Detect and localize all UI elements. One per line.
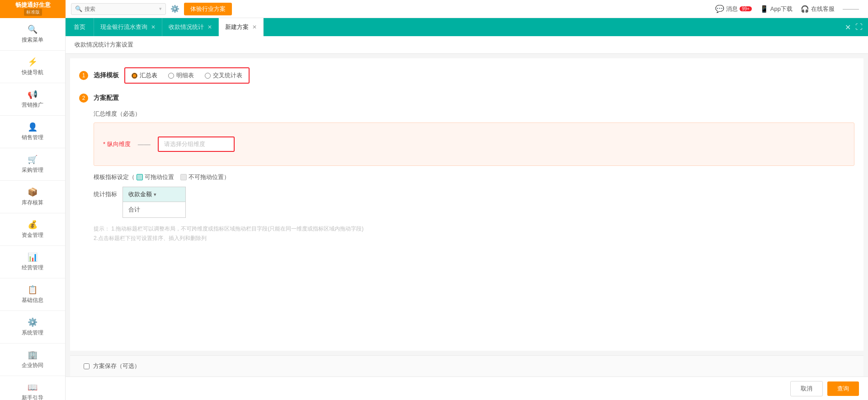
template-options-box: 汇总表 明细表 交叉统计表 <box>124 67 250 84</box>
step2-num: 2 <box>79 94 88 103</box>
metrics-row-total: 合计 <box>123 202 185 217</box>
sidebar: 🔍 搜索菜单 ⚡ 快捷导航 📢 营销推广 👤 销售管理 🛒 采购管理 📦 库存核… <box>0 18 66 400</box>
message-btn[interactable]: 💬 消息 99+ <box>715 5 752 13</box>
metrics-section: 模板指标设定（ 可拖动位置 不可拖动位置） 统计指标 <box>94 173 854 218</box>
metrics-tag: 收款金额 ▾ <box>128 190 156 198</box>
dimension-select[interactable]: 请选择分组维度 <box>158 136 235 152</box>
breadcrumb: 收款情况统计方案设置 <box>66 36 868 54</box>
sidebar-item-search[interactable]: 🔍 搜索菜单 <box>0 18 65 51</box>
enterprise-icon: 🏢 <box>28 350 38 360</box>
tab-new-plan[interactable]: 新建方案 ✕ <box>219 18 264 36</box>
finance-icon: 💰 <box>28 220 38 230</box>
logo-area: 畅捷通好生意 标准版 <box>0 0 66 18</box>
tab-bank-flow[interactable]: 现金银行流水查询 ✕ <box>94 18 162 36</box>
metrics-label-col: 统计指标 <box>94 187 123 218</box>
dimension-row-label: * 纵向维度 <box>103 140 131 148</box>
sidebar-item-guide[interactable]: 📖 新手引导 <box>0 376 65 400</box>
tab-home[interactable]: 首页 <box>66 18 94 36</box>
search-icon: 🔍 <box>75 5 82 12</box>
legend-draggable-box <box>137 174 143 180</box>
search-menu-icon: 🔍 <box>28 24 38 34</box>
tab-payment-stats[interactable]: 收款情况统计 ✕ <box>162 18 219 36</box>
query-button[interactable]: 查询 <box>827 381 859 396</box>
save-checkbox[interactable] <box>84 363 90 369</box>
sidebar-item-management[interactable]: 📊 经营管理 <box>0 246 65 278</box>
dimension-arrow: —— <box>138 141 151 148</box>
hints-area: 提示： 1.拖动标题栏可以调整布局，不可跨维度或指标区域拖动栏目字段(只能在同一… <box>79 218 854 242</box>
user-area[interactable]: ——— <box>843 6 859 12</box>
guide-icon: 📖 <box>28 382 38 392</box>
logo-badge: 标准版 <box>24 9 42 16</box>
search-box: 🔍 ▾ <box>71 3 166 15</box>
cancel-button[interactable]: 取消 <box>790 381 823 396</box>
inventory-icon: 📦 <box>28 187 38 197</box>
sidebar-item-inventory[interactable]: 📦 库存核算 <box>0 181 65 213</box>
tab-payment-close[interactable]: ✕ <box>208 24 212 30</box>
step1-row: 1 选择模板 汇总表 明细表 交叉统计表 <box>79 67 854 84</box>
basic-info-icon: 📋 <box>28 285 38 295</box>
step2-label: 方案配置 <box>94 94 119 102</box>
download-icon: 📱 <box>760 5 769 13</box>
marketing-icon: 📢 <box>28 89 38 99</box>
settings-icon[interactable]: ⚙️ <box>170 5 179 13</box>
radio-cross[interactable]: 交叉统计表 <box>205 71 242 80</box>
tab-new-plan-close[interactable]: ✕ <box>252 24 257 30</box>
service-btn[interactable]: 🎧 在线客服 <box>801 5 835 13</box>
sidebar-item-basic-info[interactable]: 📋 基础信息 <box>0 278 65 311</box>
system-icon: ⚙️ <box>28 317 38 327</box>
footer-save-section: 方案保存（可选） <box>70 355 863 376</box>
purchase-icon: 🛒 <box>28 155 38 165</box>
service-icon: 🎧 <box>801 5 809 13</box>
sidebar-item-sales[interactable]: 👤 销售管理 <box>0 116 65 148</box>
sidebar-item-purchase[interactable]: 🛒 采购管理 <box>0 148 65 181</box>
management-icon: 📊 <box>28 252 38 262</box>
step1-num: 1 <box>79 71 88 80</box>
sales-icon: 👤 <box>28 122 38 132</box>
logo-text: 畅捷通好生意 <box>15 2 51 8</box>
tab-expand-icon[interactable]: ⛶ <box>855 23 863 31</box>
tab-bank-close[interactable]: ✕ <box>151 24 156 30</box>
step2-row: 2 方案配置 <box>79 94 854 103</box>
step1-label: 选择模板 <box>94 71 119 80</box>
radio-summary[interactable]: 汇总表 <box>132 71 157 80</box>
sidebar-item-marketing[interactable]: 📢 营销推广 <box>0 83 65 116</box>
radio-detail[interactable]: 明细表 <box>168 71 194 80</box>
download-btn[interactable]: 📱 App下载 <box>760 5 793 13</box>
message-icon: 💬 <box>715 5 724 13</box>
message-badge: 99+ <box>740 6 752 11</box>
sidebar-item-quick-nav[interactable]: ⚡ 快捷导航 <box>0 51 65 83</box>
sidebar-item-enterprise[interactable]: 🏢 企业协同 <box>0 344 65 376</box>
industry-btn[interactable]: 体验行业方案 <box>184 3 232 15</box>
metrics-header: 模板指标设定（ 可拖动位置 不可拖动位置） <box>94 173 854 181</box>
tab-bar: 首页 现金银行流水查询 ✕ 收款情况统计 ✕ 新建方案 ✕ ✕ ⛶ <box>66 18 868 36</box>
dimension-title: 汇总维度（必选） <box>79 110 854 118</box>
sidebar-item-system[interactable]: ⚙️ 系统管理 <box>0 311 65 344</box>
action-bar: 取消 查询 <box>66 376 868 400</box>
quick-nav-icon: ⚡ <box>28 57 38 67</box>
metrics-table: 收款金额 ▾ 合计 <box>123 187 186 218</box>
legend-non-draggable-box <box>180 174 187 180</box>
tab-close-all-icon[interactable]: ✕ <box>845 23 851 32</box>
dropdown-icon[interactable]: ▾ <box>159 6 162 12</box>
col-dropdown-icon[interactable]: ▾ <box>154 192 156 198</box>
search-input[interactable] <box>85 6 157 12</box>
metrics-col-header[interactable]: 收款金额 ▾ <box>123 187 185 202</box>
dimension-area: * 纵向维度 —— 请选择分组维度 <box>94 122 854 166</box>
save-label: 方案保存（可选） <box>93 362 140 370</box>
sidebar-item-finance[interactable]: 💰 资金管理 <box>0 213 65 246</box>
